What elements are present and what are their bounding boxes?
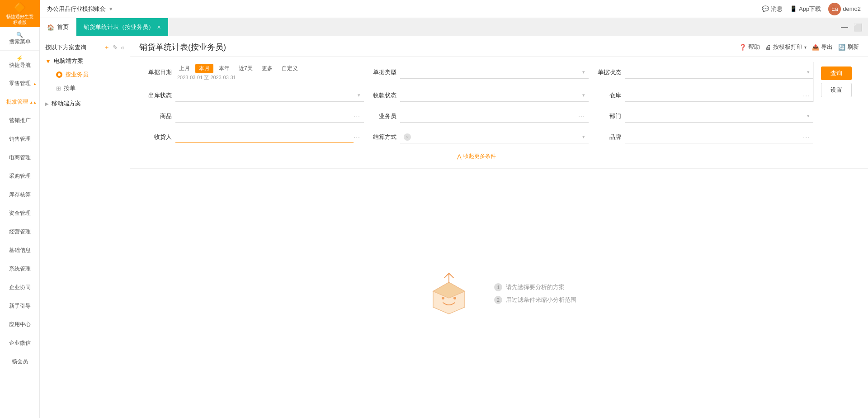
- empty-state: 1 请先选择要分析的方案 2 用过滤条件来缩小分析范围: [130, 169, 868, 418]
- refresh-btn[interactable]: 🔄 刷新: [838, 43, 859, 51]
- help-btn[interactable]: ❓ 帮助: [739, 43, 760, 51]
- settlement-clear-btn[interactable]: ×: [404, 133, 411, 141]
- goods-select[interactable]: ···: [175, 110, 364, 123]
- sidebar-item-wholesale[interactable]: 批发管理 ▲: [0, 93, 39, 111]
- brand-select[interactable]: ···: [625, 131, 813, 143]
- tab-bar: 🏠 首页 销货单统计表（按业务员） ✕ — ⬜: [40, 18, 868, 36]
- tree-child-by-salesman[interactable]: 按业务员: [40, 68, 130, 81]
- add-plan-btn[interactable]: ＋: [104, 43, 110, 52]
- step-1-num: 1: [494, 283, 502, 291]
- tree-expand-icon: ▼: [45, 58, 51, 65]
- page-header: 销货单统计表(按业务员) ❓ 帮助 🖨 按模板打印 ▾ 📤 导出: [130, 36, 868, 57]
- settlement-select[interactable]: × ▾: [400, 131, 589, 143]
- filter-date-cell: 单据日期 上月 本月 本年 近7天 更多 自定义: [139, 62, 364, 83]
- export-icon: 📤: [812, 44, 819, 51]
- step-2-num: 2: [494, 296, 502, 304]
- tab-sales-stats[interactable]: 销货单统计表（按业务员） ✕: [76, 18, 168, 36]
- user-menu[interactable]: Ea demo2: [828, 3, 861, 15]
- settlement-arrow-icon: ▾: [582, 134, 585, 140]
- filter-recipient-cell: 收货人 ···: [139, 129, 364, 145]
- date-more-btn[interactable]: 更多: [258, 64, 276, 73]
- sidebar-item-ecommerce[interactable]: 电商管理: [0, 148, 39, 167]
- edit-plan-btn[interactable]: ✎: [113, 44, 118, 51]
- doctype-arrow-icon: ▾: [582, 69, 585, 75]
- filter-goods-cell: 商品 ···: [139, 108, 364, 124]
- sidebar-item-wechat[interactable]: 企业微信: [0, 334, 39, 352]
- collapse-conditions-btn[interactable]: ⋀ 收起更多条件: [139, 150, 813, 163]
- search-icon: 🔍: [16, 32, 23, 38]
- salesman-dots-icon: ···: [578, 113, 585, 120]
- page-actions: ❓ 帮助 🖨 按模板打印 ▾ 📤 导出 🔄 刷新: [739, 43, 859, 51]
- sidebar-item-finance[interactable]: 资金管理: [0, 204, 39, 223]
- quick-icon: ⚡: [16, 55, 23, 62]
- tree-child-by-order[interactable]: ⊞ 按单: [40, 81, 130, 95]
- refresh-icon: 🔄: [838, 44, 845, 51]
- filter-dept-cell: 部门 ▾: [589, 108, 813, 124]
- doctype-label: 单据类型: [364, 68, 400, 76]
- page-title: 销货单统计表(按业务员): [139, 42, 226, 52]
- tab-minimize-btn[interactable]: —: [839, 21, 850, 33]
- sidebar-item-management[interactable]: 经营管理: [0, 223, 39, 241]
- dept-label: 部门: [589, 112, 625, 120]
- receivestatus-label: 收款状态: [364, 91, 400, 100]
- collapse-panel-btn[interactable]: «: [121, 44, 124, 51]
- settings-btn[interactable]: 设置: [821, 83, 852, 97]
- logo-icon: 🔶: [14, 2, 26, 14]
- sidebar-item-marketing[interactable]: 营销推广: [0, 111, 39, 130]
- app-download-btn[interactable]: 📱 App下载: [790, 5, 821, 13]
- right-panel: 销货单统计表(按业务员) ❓ 帮助 🖨 按模板打印 ▾ 📤 导出: [130, 36, 868, 418]
- sidebar: 🔶 畅捷通好生意 标准版 🔍 搜索菜单 ⚡ 快捷导航 零售管理 批发管理 ▲ 营…: [0, 0, 40, 418]
- sidebar-item-retail[interactable]: 零售管理: [0, 74, 39, 93]
- empty-step-1: 1 请先选择要分析的方案: [494, 283, 576, 291]
- dept-select[interactable]: ▾: [625, 110, 813, 123]
- salesman-select[interactable]: ···: [400, 110, 589, 123]
- header-dropdown-arrow[interactable]: ▾: [109, 5, 113, 12]
- export-btn[interactable]: 📤 导出: [812, 43, 833, 51]
- sidebar-item-sales[interactable]: 销售管理: [0, 130, 39, 148]
- message-btn[interactable]: 💬 消息: [762, 5, 783, 13]
- docstatus-select[interactable]: ▾: [625, 66, 813, 79]
- filter-row-4: 收货人 ··· 结算方式 × ▾: [139, 129, 813, 145]
- sidebar-item-system[interactable]: 系统管理: [0, 260, 39, 278]
- sidebar-item-purchase[interactable]: 采购管理: [0, 167, 39, 185]
- filter-warehouse-cell: 仓库 ···: [589, 87, 813, 104]
- date-this-year-btn[interactable]: 本年: [215, 64, 233, 73]
- sidebar-item-collab[interactable]: 企业协同: [0, 278, 39, 297]
- filter-row-1: 单据日期 上月 本月 本年 近7天 更多 自定义: [139, 62, 813, 83]
- date-last-month-btn[interactable]: 上月: [175, 64, 193, 73]
- sidebar-item-guide[interactable]: 新手引导: [0, 297, 39, 315]
- sidebar-quick-nav[interactable]: ⚡ 快捷导航: [0, 51, 39, 74]
- sidebar-item-apps[interactable]: 应用中心: [0, 315, 39, 334]
- date-this-month-btn[interactable]: 本月: [195, 64, 213, 73]
- tab-home[interactable]: 🏠 首页: [40, 18, 76, 36]
- collapse-icon: ⋀: [457, 153, 462, 160]
- filter-brand-cell: 品牌 ···: [589, 129, 813, 145]
- warehouse-select[interactable]: ···: [625, 89, 813, 102]
- sidebar-search[interactable]: 🔍 搜索菜单: [0, 27, 39, 51]
- filter-main: 单据日期 上月 本月 本年 近7天 更多 自定义: [139, 62, 813, 163]
- print-btn[interactable]: 🖨 按模板打印 ▾: [765, 43, 807, 51]
- left-panel-header: 按以下方案查询 ＋ ✎ «: [40, 41, 130, 54]
- receivestatus-select[interactable]: ▾: [400, 89, 589, 102]
- filter-outstatus-cell: 出库状态 ▾: [139, 87, 364, 104]
- date-custom-btn[interactable]: 自定义: [278, 64, 302, 73]
- sidebar-item-basic[interactable]: 基础信息: [0, 241, 39, 260]
- sidebar-item-member[interactable]: 畅会员: [0, 352, 39, 371]
- date-filter-group: 上月 本月 本年 近7天 更多 自定义 2023-03-01 至 2023-03…: [175, 64, 364, 81]
- svg-point-3: [442, 297, 444, 299]
- tree-parent-desktop[interactable]: ▼ 电脑端方案: [40, 54, 130, 68]
- outstatus-select[interactable]: ▾: [175, 89, 364, 102]
- doctype-select[interactable]: ▾: [400, 66, 589, 79]
- tab-close-btn[interactable]: ✕: [157, 24, 161, 30]
- tab-maximize-btn[interactable]: ⬜: [852, 21, 864, 33]
- tree-parent-mobile[interactable]: ▶ 移动端方案: [40, 97, 130, 110]
- date-last-7-btn[interactable]: 近7天: [235, 64, 256, 73]
- outstatus-arrow-icon: ▾: [358, 92, 360, 98]
- empty-illustration: [422, 266, 476, 321]
- query-btn[interactable]: 查询: [821, 66, 852, 80]
- sidebar-item-inventory[interactable]: 库存核算: [0, 185, 39, 204]
- recipient-dots-icon: ···: [354, 133, 364, 141]
- svg-point-4: [453, 297, 456, 299]
- recipient-input[interactable]: [175, 132, 354, 142]
- main-area: 办公用品行业模拟账套 ▾ 💬 消息 📱 App下载 Ea demo2 🏠 首页 …: [40, 0, 868, 418]
